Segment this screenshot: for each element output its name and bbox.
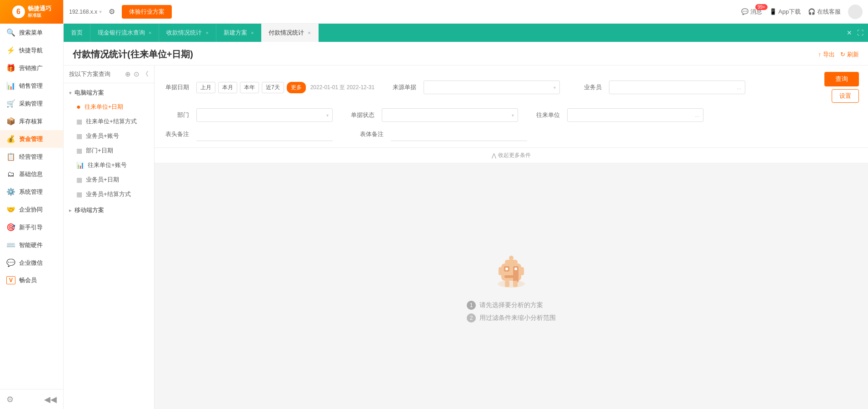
app-download-btn[interactable]: 📱 App下载 xyxy=(769,8,801,16)
export-btn[interactable]: ↑ 导出 xyxy=(818,50,835,59)
scheme-item-dept-date-label: 部门+日期 xyxy=(86,146,113,155)
result-placeholder: 1 请先选择要分析的方案 2 用过滤条件来缩小分析范围 xyxy=(467,250,556,323)
scheme-list: ▾ 电脑端方案 ● 往来单位+日期 ▦ 往来单位+结算方式 ▦ xyxy=(64,83,154,409)
hardware-icon: ⌨️ xyxy=(6,241,15,249)
tab-bank-flow-label: 现金银行流水查询 xyxy=(98,29,145,37)
sidebar-item-marketing[interactable]: 🎁 营销推广 xyxy=(0,59,63,77)
scheme-item-partner-date[interactable]: ● 往来单位+日期 xyxy=(64,100,154,114)
sidebar-item-operation[interactable]: 📋 经营管理 xyxy=(0,148,63,166)
scheme-group-mobile-header[interactable]: ▸ 移动端方案 xyxy=(64,203,154,217)
tab-payment-stat-close-icon[interactable]: × xyxy=(308,30,310,35)
page-header: 付款情况统计(往来单位+日期) ↑ 导出 ↻ 刷新 xyxy=(64,42,868,66)
sidebar-item-system-label: 系统管理 xyxy=(19,188,43,196)
scheme-item-salesman-settle-label: 业务员+结算方式 xyxy=(86,190,131,198)
scheme-item-salesman-date[interactable]: ▦ 业务员+日期 xyxy=(64,172,154,187)
tab-home[interactable]: 首页 xyxy=(64,24,90,42)
salesman-select[interactable]: ... xyxy=(609,81,745,94)
collapse-sidebar-icon[interactable]: ◀◀ xyxy=(44,394,57,404)
sidebar-item-guide[interactable]: 🎯 新手引导 xyxy=(0,218,63,236)
sidebar-footer: ⚙ ◀◀ xyxy=(0,389,63,409)
sidebar-item-member[interactable]: V 畅会员 xyxy=(0,272,63,289)
guide-icon: 🎯 xyxy=(6,223,15,232)
date-option-7days[interactable]: 近7天 xyxy=(262,82,284,93)
date-option-more[interactable]: 更多 xyxy=(287,82,306,93)
sidebar-nav: 🔍 搜索菜单 ⚡ 快捷导航 🎁 营销推广 📊 销售管理 🛒 采购管理 📦 库存核… xyxy=(0,24,63,389)
scheme-item-table-icon-1: ▦ xyxy=(76,118,82,125)
partner-select[interactable]: ... xyxy=(567,108,703,122)
page-content: 付款情况统计(往来单位+日期) ↑ 导出 ↻ 刷新 按以下方案查询 ⊕ xyxy=(64,42,868,409)
sidebar-item-quick-nav[interactable]: ⚡ 快捷导航 xyxy=(0,41,63,59)
scheme-item-partner-account[interactable]: 📊 往来单位+账号 xyxy=(64,158,154,172)
department-select[interactable]: ▾ xyxy=(196,108,333,122)
window-controls: ✕ ⛶ xyxy=(842,24,868,42)
date-option-this-month[interactable]: 本月 xyxy=(218,82,237,93)
topbar: 192.168.x.x ▾ ⚙ 体验行业方案 💬 消息 99+ 📱 App下载 … xyxy=(64,0,868,24)
sidebar-item-sales[interactable]: 📊 销售管理 xyxy=(0,77,63,95)
scheme-group-pc-header[interactable]: ▾ 电脑端方案 xyxy=(64,86,154,100)
maximize-window-icon[interactable]: ⛶ xyxy=(856,29,864,37)
scheme-item-partner-settle[interactable]: ▦ 往来单位+结算方式 xyxy=(64,114,154,129)
header-note-input[interactable] xyxy=(196,127,333,141)
sidebar-item-basic-info[interactable]: 🗂 基础信息 xyxy=(0,166,63,183)
messages-btn[interactable]: 💬 消息 99+ xyxy=(741,8,762,16)
scheme-item-salesman-settle[interactable]: ▦ 业务员+结算方式 xyxy=(64,187,154,202)
refresh-btn[interactable]: ↻ 刷新 xyxy=(840,50,859,59)
scheme-item-salesman-account[interactable]: ▦ 业务员+账号 xyxy=(64,129,154,143)
tab-bank-flow-close-icon[interactable]: × xyxy=(149,30,151,35)
page-header-actions: ↑ 导出 ↻ 刷新 xyxy=(818,50,859,59)
basic-info-icon: 🗂 xyxy=(6,170,15,178)
collapse-filter-bar[interactable]: ⋀ 收起更多条件 xyxy=(155,148,868,163)
partner-label: 往来单位 xyxy=(534,111,560,119)
sidebar-item-purchase[interactable]: 🛒 采购管理 xyxy=(0,95,63,112)
sidebar-item-search-label: 搜索菜单 xyxy=(19,29,43,37)
settings-gear-icon[interactable]: ⚙ xyxy=(105,5,118,18)
tab-bank-flow[interactable]: 现金银行流水查询 × xyxy=(90,24,159,42)
close-window-icon[interactable]: ✕ xyxy=(845,29,853,37)
tab-receipts-stat[interactable]: 收款情况统计 × xyxy=(159,24,216,42)
settings-btn[interactable]: 设置 xyxy=(832,89,859,103)
date-option-this-year[interactable]: 本年 xyxy=(240,82,259,93)
member-icon: V xyxy=(6,276,15,284)
query-btn[interactable]: 查询 xyxy=(824,72,859,86)
sidebar-item-hardware[interactable]: ⌨️ 智能硬件 xyxy=(0,236,63,254)
app-download-label: App下载 xyxy=(778,8,801,16)
header-note-label: 表头备注 xyxy=(164,130,189,138)
settings-footer-icon[interactable]: ⚙ xyxy=(6,394,14,404)
page-title: 付款情况统计(往来单位+日期) xyxy=(73,48,193,61)
sidebar-item-cooperation-label: 企业协同 xyxy=(19,206,43,214)
sidebar-item-inventory[interactable]: 📦 库存核算 xyxy=(0,112,63,130)
source-voucher-select[interactable]: ▾ xyxy=(424,81,560,94)
sidebar-item-wechat[interactable]: 💬 企业微信 xyxy=(0,254,63,272)
sidebar-item-cooperation[interactable]: 🤝 企业协同 xyxy=(0,201,63,218)
trial-btn[interactable]: 体验行业方案 xyxy=(122,5,172,19)
salesman-label: 业务员 xyxy=(576,83,602,91)
collapse-panel-icon[interactable]: 《 xyxy=(142,70,149,78)
tab-new-scheme-close-icon[interactable]: × xyxy=(251,30,254,35)
service-icon: 🎧 xyxy=(808,8,815,15)
right-panel: 单据日期 上月 本月 本年 近7天 更多 2022-01-01 至 2022-1… xyxy=(155,66,868,409)
tab-payment-stat[interactable]: 付款情况统计 × xyxy=(261,24,318,42)
sidebar-item-finance[interactable]: 💰 资金管理 xyxy=(0,130,63,148)
body-note-input[interactable] xyxy=(391,127,527,141)
app-name: 畅捷通巧 xyxy=(28,5,51,12)
filter-action-buttons: 查询 设置 xyxy=(824,72,859,103)
config-scheme-icon[interactable]: ⊙ xyxy=(134,70,140,78)
add-scheme-icon[interactable]: ⊕ xyxy=(125,70,131,78)
sidebar-item-purchase-label: 采购管理 xyxy=(19,100,43,108)
scheme-group-pc-label: 电脑端方案 xyxy=(75,89,104,97)
scheme-item-dept-date[interactable]: ▦ 部门+日期 xyxy=(64,143,154,158)
operation-icon: 📋 xyxy=(6,152,15,161)
tab-new-scheme[interactable]: 新建方案 × xyxy=(216,24,261,42)
sidebar-item-system[interactable]: ⚙️ 系统管理 xyxy=(0,183,63,201)
sidebar-item-operation-label: 经营管理 xyxy=(19,153,43,161)
voucher-status-select[interactable]: ▾ xyxy=(382,108,518,122)
online-service-btn[interactable]: 🎧 在线客服 xyxy=(808,8,841,16)
app-logo: 6 畅捷通巧 标准版 xyxy=(0,0,63,24)
tab-receipts-stat-close-icon[interactable]: × xyxy=(205,30,208,35)
scheme-panel: 按以下方案查询 ⊕ ⊙ 《 ▾ 电脑端方案 xyxy=(64,66,155,409)
voucher-status-label: 单据状态 xyxy=(349,111,374,119)
date-option-last-month[interactable]: 上月 xyxy=(196,82,215,93)
scheme-group-mobile-label: 移动端方案 xyxy=(75,206,104,214)
user-avatar[interactable] xyxy=(848,5,863,19)
sidebar-item-search[interactable]: 🔍 搜索菜单 xyxy=(0,24,63,41)
